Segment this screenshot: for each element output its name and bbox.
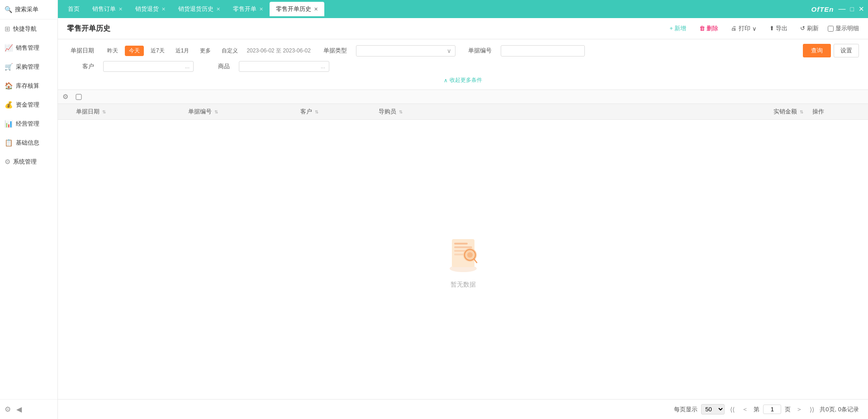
sidebar-item-quick-nav[interactable]: ⊞ 快捷导航 [0,19,57,38]
date-btn-custom[interactable]: 自定义 [218,46,242,56]
svg-rect-3 [454,246,472,248]
setting-button[interactable]: 设置 [834,44,859,57]
goods-label: 商品 [203,62,230,71]
tab-home[interactable]: 首页 [62,2,86,16]
page-suffix: 页 [785,405,791,414]
svg-rect-2 [454,243,468,245]
add-button[interactable]: + 新增 [666,23,690,34]
tab-close-icon[interactable]: ✕ [314,6,318,12]
customer-select[interactable]: ... [103,61,194,72]
tab-retail-open[interactable]: 零售开单 ✕ [227,2,270,16]
page-title: 零售开单历史 [67,24,110,33]
tab-close-icon[interactable]: ✕ [161,6,166,12]
delete-button[interactable]: 🗑 删除 [696,23,722,34]
tab-close-icon[interactable]: ✕ [259,6,263,12]
date-btn-yesterday[interactable]: 昨天 [103,46,122,56]
page-nav-first[interactable]: ⟨⟨ [728,405,736,414]
th-action-label: 操作 [812,108,824,115]
collapse-label: 收起更多条件 [450,76,482,84]
sidebar-item-base-info[interactable]: 📋 基础信息 [0,133,57,152]
sort-icon-amount: ⇅ [800,109,803,114]
footer-settings-icon[interactable]: ⚙ [5,405,11,414]
tab-sales-return-history[interactable]: 销货退货历史 ✕ [172,2,227,16]
sidebar-item-label: 采购管理 [16,63,39,71]
th-guide-label: 导购员 [379,108,396,115]
tab-close-icon[interactable]: ✕ [119,6,123,12]
column-settings-icon[interactable]: ⚙ [62,93,68,101]
select-all-checkbox[interactable] [72,94,85,100]
search-icon: 🔍 [5,6,12,13]
export-button[interactable]: ⬆ 导出 [766,23,792,34]
refresh-button[interactable]: ↺ 刷新 [797,23,822,34]
page-nav-last[interactable]: ⟩⟩ [808,405,816,414]
date-range-display: 2023-06-02 至 2023-06-02 [247,47,310,55]
customer-ellipsis-icon: ... [185,63,190,70]
sidebar-item-purchase-mgmt[interactable]: 🛒 采购管理 [0,57,57,76]
window-close-icon[interactable]: ✕ [859,5,864,13]
th-customer[interactable]: 客户 ⇅ [296,104,374,120]
data-table: 单据日期 ⇅ 单据编号 ⇅ 客户 ⇅ 导购员 ⇅ [58,104,868,120]
date-btn-more[interactable]: 更多 [196,46,215,56]
sidebar-item-sales-mgmt[interactable]: 📈 销售管理 [0,38,57,57]
doc-type-label: 单据类型 [320,47,347,55]
tab-sales-return-label: 销货退货 [135,5,159,13]
sidebar-item-label: 经营管理 [16,120,39,128]
page-nav-next[interactable]: ＞ [794,405,804,414]
page-nav-prev[interactable]: ＜ [740,405,750,414]
sidebar-item-label: 基础信息 [16,139,39,147]
query-button[interactable]: 查询 [803,44,831,57]
main-content: 首页 销售订单 ✕ 销货退货 ✕ 销货退货历史 ✕ 零售开单 ✕ 零售开单历史 … [58,0,868,419]
tab-retail-history[interactable]: 零售开单历史 ✕ [270,2,324,16]
doc-no-input[interactable] [501,45,585,56]
window-minimize-icon[interactable]: — [839,5,846,13]
show-detail-label: 显示明细 [835,24,859,33]
footer-collapse-icon[interactable]: ◀ [16,405,22,414]
doc-type-dropdown-icon: ∨ [447,47,451,54]
filter-row-2: 客户 ... 商品 ... [67,61,859,72]
date-btn-last7[interactable]: 近7天 [147,46,169,56]
th-date[interactable]: 单据日期 ⇅ [71,104,184,120]
inventory-icon: 🏠 [5,82,13,90]
th-no[interactable]: 单据编号 ⇅ [184,104,296,120]
th-amount[interactable]: 实销金额 ⇅ [696,104,808,120]
date-btn-today[interactable]: 今天 [125,46,144,56]
purchase-mgmt-icon: 🛒 [5,63,13,71]
show-detail-checkbox[interactable]: 显示明细 [828,24,859,33]
page-input[interactable] [763,405,781,414]
sort-icon-customer: ⇅ [315,109,318,114]
tab-sales-order[interactable]: 销售订单 ✕ [86,2,129,16]
empty-state-icon [441,230,486,275]
sidebar-item-sys-mgmt[interactable]: ⚙ 系统管理 [0,152,57,171]
print-button[interactable]: 🖨 打印 ∨ [727,23,760,34]
th-guide[interactable]: 导购员 ⇅ [374,104,469,120]
per-page-select[interactable]: 50 20 100 [701,404,725,414]
sidebar-search-label: 搜索采单 [15,5,38,14]
tab-bar: 首页 销售订单 ✕ 销货退货 ✕ 销货退货历史 ✕ 零售开单 ✕ 零售开单历史 … [58,0,868,18]
th-checkbox [58,104,71,120]
goods-select[interactable]: ... [239,61,329,72]
th-date-label: 单据日期 [76,108,100,115]
customer-label: 客户 [67,62,94,71]
sort-icon-guide: ⇅ [399,109,403,114]
filter-area: 单据日期 昨天 今天 近7天 近1月 更多 自定义 2023-06-02 至 2… [58,39,868,90]
show-detail-input[interactable] [828,26,834,32]
sidebar-item-operations[interactable]: 📊 经营管理 [0,114,57,133]
doc-type-select[interactable]: ∨ [356,45,455,56]
page-header: 零售开单历史 + 新增 🗑 删除 🖨 打印 ∨ ⬆ 导出 ↺ 刷新 显示明细 [58,18,868,39]
quick-nav-icon: ⊞ [5,25,10,33]
sidebar-item-label: 系统管理 [13,158,37,166]
sidebar-item-label: 库存核算 [16,82,39,90]
tab-sales-return[interactable]: 销货退货 ✕ [129,2,172,16]
brand-label: OfTEn [811,5,834,13]
sidebar-search[interactable]: 🔍 搜索采单 [0,0,57,19]
sidebar-item-inventory[interactable]: 🏠 库存核算 [0,76,57,95]
tab-close-icon[interactable]: ✕ [216,6,220,12]
window-maximize-icon[interactable]: □ [850,5,854,13]
collapse-row[interactable]: ∧ 收起更多条件 [67,75,859,87]
sidebar-item-finance[interactable]: 💰 资金管理 [0,95,57,114]
total-text: 共0页, 0条记录 [820,405,859,414]
empty-text: 暂无数据 [451,281,476,289]
doc-no-label: 单据编号 [465,47,492,55]
pagination: 每页显示 50 20 100 ⟨⟨ ＜ 第 页 ＞ ⟩⟩ 共0页, 0条记录 [58,399,868,419]
date-btn-last1m[interactable]: 近1月 [171,46,194,56]
